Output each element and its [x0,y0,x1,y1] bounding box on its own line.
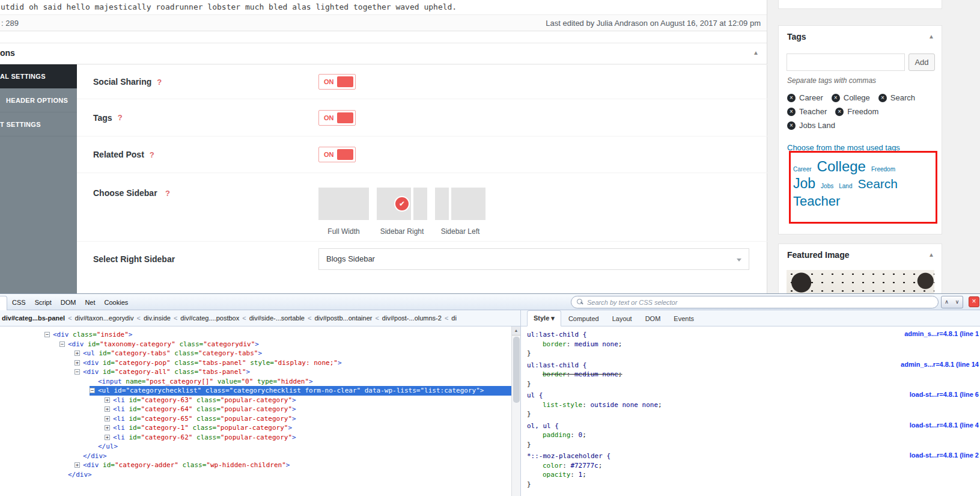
html-tree-node[interactable]: +<li id="category-65" class="popular-cat… [0,414,511,424]
sidebar-option-right[interactable]: ✔Sidebar Right [377,188,427,236]
remove-tag-icon[interactable]: × [787,94,796,102]
cloud-tag[interactable]: Job [793,176,815,191]
side-tab-layout[interactable]: Layout [606,311,638,326]
cloud-tag[interactable]: Teacher [793,194,840,209]
html-tree-node[interactable]: +<li id="category-63" class="popular-cat… [0,396,511,405]
search-input[interactable] [587,299,933,306]
remove-tag-icon[interactable]: × [835,108,844,116]
sidebar-nav-item[interactable]: T SETTINGS [0,112,77,136]
firebug-tab-cookies[interactable]: Cookies [105,299,129,306]
html-tree-node[interactable]: </div> [0,470,511,480]
scrollbar[interactable]: ▲ [511,326,520,496]
html-tree-node[interactable]: −<div id="taxonomy-category" class="cate… [0,340,511,349]
css-source-link[interactable]: load-st...r=4.8.1 (line 2 [910,452,979,459]
cloud-tag[interactable]: Jobs [821,183,833,189]
firebug-tab-net[interactable]: Net [85,299,95,306]
breadcrumb-item[interactable]: div#side-...sortable [249,314,305,322]
add-tag-button[interactable]: Add [908,54,935,71]
tag-name: College [844,93,870,102]
cloud-tag[interactable]: Search [857,177,898,191]
on-off-toggle[interactable]: ON [318,74,356,90]
collapse-arrow-icon[interactable]: ▲ [928,33,934,40]
expand-node-icon[interactable]: + [105,406,110,412]
side-tab-computed[interactable]: Computed [562,311,605,326]
firebug-tab-script[interactable]: Script [35,299,52,306]
side-tab-style[interactable]: Style ▾ [527,310,561,326]
collapse-node-icon[interactable]: − [75,369,80,375]
html-tree-node[interactable]: +<div id="category-adder" class="wp-hidd… [0,461,511,470]
firebug-tab-css[interactable]: CSS [12,299,26,306]
expand-node-icon[interactable]: + [105,416,110,421]
firebug-toolbar: HTML ▼ CSSScriptDOMNetCookies ∧ ∨ × [0,294,980,310]
tag-chip: ×Career [787,93,823,102]
firebug-tab-html[interactable]: HTML ▼ [0,296,7,310]
collapse-node-icon[interactable]: − [90,388,95,393]
css-source-link[interactable]: admin_s...r=4.8.1 (line 1 [904,330,979,337]
html-tree-node[interactable]: −<div class="inside"> [0,330,511,340]
help-icon[interactable]: ? [157,78,162,87]
breadcrumb-separator: < [445,314,448,322]
breadcrumb-item[interactable]: div.inside [144,314,171,322]
breadcrumb-item[interactable]: di [451,314,457,322]
sidebar-option-left[interactable]: Sidebar Left [435,188,485,236]
css-source-link[interactable]: admin_s...r=4.8.1 (line 14 [901,361,979,368]
remove-tag-icon[interactable]: × [832,94,840,102]
firebug-search-box[interactable] [571,296,939,308]
on-off-toggle[interactable]: ON [318,147,356,162]
post-content-text[interactable]: utdid oh said hello majestically roadrun… [1,2,457,11]
sidebar-nav-item[interactable]: HEADER OPTIONS [0,88,77,112]
on-off-toggle[interactable]: ON [318,110,356,126]
expand-node-icon[interactable]: + [105,425,110,430]
cloud-tag[interactable]: Land [839,183,852,189]
cloud-tag[interactable]: College [817,158,866,174]
expand-node-icon[interactable]: + [105,435,110,440]
remove-tag-icon[interactable]: × [787,121,796,130]
html-tree-node[interactable]: +<ul id="category-tabs" class="category-… [0,349,511,358]
html-tree-node[interactable]: +<div id="category-pop" class="tabs-pane… [0,358,511,368]
expand-node-icon[interactable]: + [75,360,80,366]
html-tree-node[interactable]: −<div id="category-all" class="tabs-pane… [0,367,511,377]
remove-tag-icon[interactable]: × [787,108,796,116]
cloud-tag[interactable]: Freedom [871,166,895,173]
html-tree-node[interactable]: </ul> [0,442,511,452]
expand-node-icon[interactable]: + [75,462,80,468]
breadcrumb-item[interactable]: div#taxon...egorydiv [75,314,134,322]
breadcrumb-item[interactable]: div#categ...bs-panel [2,314,65,322]
help-icon[interactable]: ? [150,150,154,159]
side-tab-events[interactable]: Events [668,311,700,326]
help-icon[interactable]: ? [165,189,170,198]
tag-chip: ×Freedom [835,107,878,116]
collapse-arrow-icon[interactable]: ▲ [928,251,934,258]
sidebar-option-full[interactable]: Full Width [318,188,369,236]
breadcrumb-item[interactable]: div#postb...ontainer [314,314,372,322]
right-sidebar-select[interactable]: Blogs Sidebar [318,248,749,270]
html-tree-node[interactable]: −<ul id="categorychecklist" class="categ… [0,386,511,396]
expand-node-icon[interactable]: + [75,351,80,356]
collapse-node-icon[interactable]: − [59,341,65,347]
collapse-arrow-icon[interactable]: ▲ [753,49,759,56]
cloud-tag[interactable]: Career [793,166,812,173]
search-prev-button[interactable]: ∧ [941,296,952,308]
remove-tag-icon[interactable]: × [878,94,887,102]
html-tree-node[interactable]: +<li id="category-64" class="popular-cat… [0,405,511,414]
css-source-link[interactable]: load-st...r=4.8.1 (line 4 [910,421,979,429]
new-tag-input[interactable] [787,54,905,71]
html-tree-node[interactable]: <input name="post_category[]" value="0" … [0,377,511,387]
search-next-button[interactable]: ∨ [952,296,963,308]
collapse-node-icon[interactable]: − [44,332,50,337]
breadcrumb-item[interactable]: div#categ....postbox [180,314,239,322]
sidebar-nav-item[interactable]: AL SETTINGS [0,64,77,88]
firebug-tab-dom[interactable]: DOM [61,299,76,306]
scroll-up-icon[interactable]: ▲ [512,326,520,335]
side-tab-dom[interactable]: DOM [639,311,667,326]
html-tree-node[interactable]: +<li id="category-1" class="popular-cate… [0,423,511,433]
html-tree-node[interactable]: +<li id="category-62" class="popular-cat… [0,433,511,442]
html-tree-node[interactable]: </div> [0,452,511,461]
css-source-link[interactable]: load-st...r=4.8.1 (line 6 [910,391,979,398]
help-icon[interactable]: ? [118,113,123,122]
setting-label: Social Sharing [93,77,151,87]
close-button[interactable]: × [969,296,979,307]
scroll-thumb[interactable] [513,337,520,403]
expand-node-icon[interactable]: + [105,397,110,403]
breadcrumb-item[interactable]: div#post-...olumns-2 [382,314,442,322]
